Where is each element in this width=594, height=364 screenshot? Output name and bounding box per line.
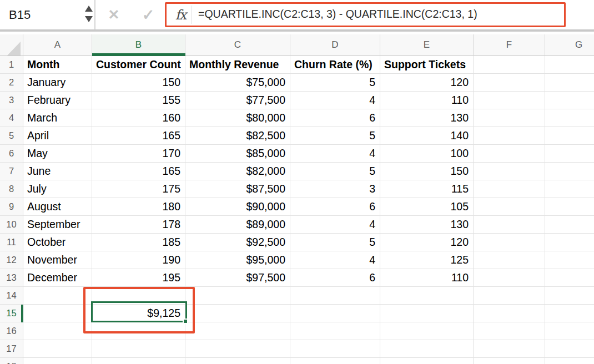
cell-G2[interactable] [545, 74, 594, 92]
cell-D17[interactable] [290, 340, 380, 358]
cell-G5[interactable] [545, 127, 594, 145]
cell-D7[interactable]: 5 [290, 163, 380, 180]
cell-F17[interactable] [474, 340, 545, 358]
column-header-C[interactable]: C [185, 34, 290, 56]
cell-G12[interactable] [545, 251, 594, 269]
spinner-up-icon[interactable] [85, 6, 93, 12]
cell-A15[interactable] [23, 305, 92, 322]
cell-D15[interactable] [290, 305, 380, 322]
cell-D9[interactable]: 6 [290, 198, 380, 216]
row-header-9[interactable]: 9 [0, 198, 23, 216]
cell-D1[interactable]: Churn Rate (%) [290, 56, 380, 74]
cell-G8[interactable] [545, 180, 594, 198]
cell-C8[interactable]: $87,500 [185, 180, 290, 198]
cell-C16[interactable] [185, 322, 290, 340]
cell-F16[interactable] [474, 322, 545, 340]
cell-A3[interactable]: February [23, 92, 92, 109]
cell-B3[interactable]: 155 [92, 92, 185, 109]
cell-B9[interactable]: 180 [92, 198, 185, 216]
cell-A16[interactable] [23, 322, 92, 340]
cell-G6[interactable] [545, 145, 594, 163]
row-header-12[interactable]: 12 [0, 251, 23, 269]
cell-G18[interactable] [545, 358, 594, 364]
cell-E10[interactable]: 130 [380, 216, 474, 234]
row-header-17[interactable]: 17 [0, 340, 23, 358]
cell-E16[interactable] [380, 322, 474, 340]
cell-B10[interactable]: 178 [92, 216, 185, 234]
cell-F3[interactable] [474, 92, 545, 109]
cell-A13[interactable]: December [23, 269, 92, 287]
cell-E3[interactable]: 110 [380, 92, 474, 109]
cell-F5[interactable] [474, 127, 545, 145]
cell-E7[interactable]: 150 [380, 163, 474, 180]
cell-E17[interactable] [380, 340, 474, 358]
cell-A12[interactable]: November [23, 251, 92, 269]
insert-function-button[interactable]: fx [171, 0, 190, 29]
cell-C1[interactable]: Monthly Revenue [185, 56, 290, 74]
cell-D18[interactable] [290, 358, 380, 364]
fill-handle[interactable] [183, 318, 188, 324]
cell-D10[interactable]: 4 [290, 216, 380, 234]
cell-E6[interactable]: 100 [380, 145, 474, 163]
cell-D16[interactable] [290, 322, 380, 340]
cell-A2[interactable]: January [23, 74, 92, 92]
cell-D13[interactable]: 6 [290, 269, 380, 287]
cell-A1[interactable]: Month [23, 56, 92, 74]
cell-B14[interactable] [92, 287, 185, 305]
cell-B17[interactable] [92, 340, 185, 358]
cell-G7[interactable] [545, 163, 594, 180]
cell-G13[interactable] [545, 269, 594, 287]
cell-C9[interactable]: $90,000 [185, 198, 290, 216]
cell-E9[interactable]: 105 [380, 198, 474, 216]
cell-F4[interactable] [474, 109, 545, 127]
cell-A5[interactable]: April [23, 127, 92, 145]
cell-E8[interactable]: 115 [380, 180, 474, 198]
cell-A7[interactable]: June [23, 163, 92, 180]
cell-A8[interactable]: July [23, 180, 92, 198]
cell-C18[interactable] [185, 358, 290, 364]
cell-C12[interactable]: $95,000 [185, 251, 290, 269]
row-header-16[interactable]: 16 [0, 322, 23, 340]
cell-E2[interactable]: 120 [380, 74, 474, 92]
cell-G14[interactable] [545, 287, 594, 305]
column-header-E[interactable]: E [380, 34, 474, 56]
cell-G3[interactable] [545, 92, 594, 109]
cell-D3[interactable]: 4 [290, 92, 380, 109]
cell-C6[interactable]: $85,000 [185, 145, 290, 163]
cell-B12[interactable]: 190 [92, 251, 185, 269]
cell-B15[interactable]: $9,125 [92, 305, 185, 322]
cell-D14[interactable] [290, 287, 380, 305]
cell-A17[interactable] [23, 340, 92, 358]
cell-B4[interactable]: 160 [92, 109, 185, 127]
cell-C3[interactable]: $77,500 [185, 92, 290, 109]
cell-D5[interactable]: 5 [290, 127, 380, 145]
row-header-6[interactable]: 6 [0, 145, 23, 163]
cell-C7[interactable]: $82,000 [185, 163, 290, 180]
row-header-5[interactable]: 5 [0, 127, 23, 145]
column-header-F[interactable]: F [474, 34, 545, 56]
row-header-1[interactable]: 1 [0, 56, 23, 74]
cell-D2[interactable]: 5 [290, 74, 380, 92]
cell-F12[interactable] [474, 251, 545, 269]
row-header-10[interactable]: 10 [0, 216, 23, 234]
cell-E12[interactable]: 125 [380, 251, 474, 269]
cell-E18[interactable] [380, 358, 474, 364]
cell-F14[interactable] [474, 287, 545, 305]
cell-G15[interactable] [545, 305, 594, 322]
row-header-7[interactable]: 7 [0, 163, 23, 180]
formula-cancel-button[interactable]: ✕ [105, 0, 123, 29]
cell-G9[interactable] [545, 198, 594, 216]
cell-F18[interactable] [474, 358, 545, 364]
cell-D11[interactable]: 5 [290, 234, 380, 251]
row-header-15[interactable]: 15 [0, 305, 23, 322]
cell-G16[interactable] [545, 322, 594, 340]
cell-A10[interactable]: September [23, 216, 92, 234]
cell-B1[interactable]: Customer Count [92, 56, 185, 74]
cell-C13[interactable]: $97,500 [185, 269, 290, 287]
column-header-D[interactable]: D [290, 34, 380, 56]
cell-D8[interactable]: 3 [290, 180, 380, 198]
cell-C10[interactable]: $89,000 [185, 216, 290, 234]
row-header-8[interactable]: 8 [0, 180, 23, 198]
row-header-14[interactable]: 14 [0, 287, 23, 305]
spinner-down-icon[interactable] [85, 16, 93, 22]
